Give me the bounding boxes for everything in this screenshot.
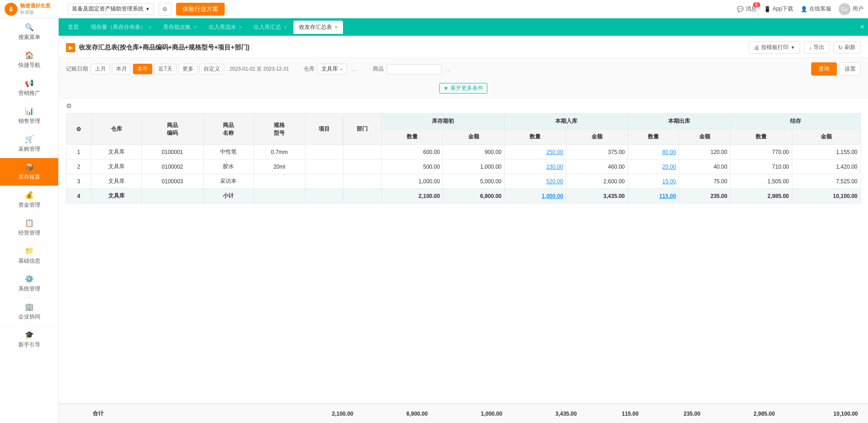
row-project <box>305 174 343 189</box>
warehouse-tag-close[interactable]: × <box>340 66 343 72</box>
sidebar-item-basic-info[interactable]: 📁 基础信息 <box>0 242 58 270</box>
sidebar-label-quick-nav: 快捷导航 <box>18 61 40 69</box>
sidebar-item-guide[interactable]: 🎓 新手引导 <box>0 326 58 354</box>
row-department <box>343 174 381 189</box>
expand-filter-icon: ▼ <box>443 85 449 92</box>
tab-inventory-dist-close[interactable]: × <box>149 24 151 30</box>
row-open-qty: 600.00 <box>381 145 443 159</box>
message-badge: 6 <box>753 2 760 7</box>
row-in-amt: 2,600.00 <box>566 174 628 189</box>
date-btn-this-month[interactable]: 本月 <box>112 64 131 74</box>
filter-row: 记账日期 上月 本月 本年 近7天 更多 自定义 2023-01-01 至 20… <box>66 62 861 76</box>
sidebar-label-marketing: 营销推广 <box>18 89 40 97</box>
tab-recv-send-label: 收发存汇总表 <box>299 23 332 31</box>
settings-filter-button[interactable]: 设置 <box>840 62 861 76</box>
sidebar-label-purchase: 采购管理 <box>18 145 40 153</box>
row-goods-spec: 0.7mm <box>254 145 305 159</box>
row-open-amt: 5,000.00 <box>443 174 504 189</box>
user-menu-button[interactable]: Ea 用户 <box>839 3 863 15</box>
goods-filter-input[interactable] <box>387 64 442 74</box>
tab-inout-summary[interactable]: 出入库汇总 × <box>248 21 292 34</box>
sidebar-label-sales: 销售管理 <box>18 117 40 125</box>
sidebar-label-search: 搜索菜单 <box>18 33 40 41</box>
message-button[interactable]: 💬 消息 6 <box>737 5 757 13</box>
close-all-tabs-button[interactable]: × <box>860 23 864 31</box>
date-btn-this-year[interactable]: 本年 <box>133 64 152 74</box>
sidebar-label-enterprise: 企业协同 <box>18 313 40 321</box>
row-in-amt: 460.00 <box>566 159 628 174</box>
row-goods-name: 中性笔 <box>203 145 254 159</box>
system-name-select[interactable]: 装备及固定资产辅助管理系统 ▼ <box>68 3 154 15</box>
date-btn-last-month[interactable]: 上月 <box>91 64 110 74</box>
sidebar: 🔍 搜索菜单 🏠 快捷导航 📢 营销推广 📊 销售管理 🛒 采购管理 📦 库存核… <box>0 18 59 423</box>
row-goods-name: 胶水 <box>203 159 254 174</box>
tab-home[interactable]: 首页 <box>62 21 84 34</box>
date-btn-more[interactable]: 更多 <box>178 64 198 74</box>
sidebar-item-inventory[interactable]: 📦 库存核算 <box>0 158 58 186</box>
sidebar-item-enterprise[interactable]: 🏢 企业协同 <box>0 298 58 326</box>
row-goods-code: 0100001 <box>142 145 203 159</box>
sidebar-item-operations[interactable]: 📋 经营管理 <box>0 214 58 242</box>
row-in-qty[interactable]: 520.00 <box>504 174 566 189</box>
sidebar-item-search[interactable]: 🔍 搜索菜单 <box>0 18 58 46</box>
row-in-qty[interactable]: 1,000.00 <box>504 189 566 203</box>
warehouse-filter-item: 仓库 文具库 × ... <box>304 64 358 74</box>
tab-inout-flow[interactable]: 出入库流水 × <box>203 21 247 34</box>
query-button[interactable]: 查询 <box>811 62 837 76</box>
date-btn-7days[interactable]: 近7天 <box>154 64 177 74</box>
tab-batch-account[interactable]: 库存批次账 × <box>158 21 202 34</box>
tab-inout-flow-close[interactable]: × <box>239 24 242 30</box>
tab-home-label: 首页 <box>68 23 79 31</box>
refresh-button[interactable]: ↻ 刷新 <box>833 41 861 54</box>
user-label: 用户 <box>852 5 863 13</box>
row-out-qty[interactable]: 20.00 <box>628 159 679 174</box>
settings-button[interactable]: ⚙ <box>159 3 171 16</box>
row-in-qty[interactable]: 230.00 <box>504 159 566 174</box>
goods-filter-dots[interactable]: ... <box>444 66 453 72</box>
tab-inout-summary-close[interactable]: × <box>284 24 287 30</box>
row-close-qty: 1,505.00 <box>730 174 792 189</box>
tab-inventory-dist-label: 现存量（库存分布表） <box>91 23 146 31</box>
row-out-qty[interactable]: 80.00 <box>628 145 679 159</box>
row-goods-spec: 20ml <box>254 159 305 174</box>
sidebar-item-quick-nav[interactable]: 🏠 快捷导航 <box>0 46 58 74</box>
row-out-qty[interactable]: 115.00 <box>628 189 679 203</box>
app-download-button[interactable]: 📱 App下载 <box>764 5 793 13</box>
tab-recv-send-close[interactable]: × <box>335 24 337 30</box>
sidebar-item-marketing[interactable]: 📢 营销推广 <box>0 74 58 102</box>
table-settings-icon[interactable]: ⚙ <box>66 102 72 110</box>
print-template-button[interactable]: 🖨 按模板打印 ▼ <box>749 41 800 54</box>
col-header-out-amt: 金额 <box>679 129 730 145</box>
row-index: 4 <box>66 189 91 203</box>
date-btn-custom[interactable]: 自定义 <box>199 64 224 74</box>
tab-batch-account-close[interactable]: × <box>194 24 196 30</box>
query-actions: 查询 设置 <box>811 62 861 76</box>
main-layout: 🔍 搜索菜单 🏠 快捷导航 📢 营销推广 📊 销售管理 🛒 采购管理 📦 库存核… <box>0 18 868 423</box>
row-out-qty[interactable]: 15.00 <box>628 174 679 189</box>
warehouse-filter-dots[interactable]: ... <box>350 66 358 72</box>
tab-recv-send[interactable]: 收发存汇总表 × <box>293 21 343 34</box>
page-title: 收发存汇总表(按仓库+商品编码+商品+规格型号+项目+部门) <box>79 44 249 52</box>
total-label: 合计 <box>80 408 116 419</box>
sidebar-item-sales[interactable]: 📊 销售管理 <box>0 102 58 130</box>
guide-icon: 🎓 <box>25 330 34 339</box>
col-header-period-in-group: 本期入库 <box>504 114 628 129</box>
row-in-amt: 375.00 <box>566 145 628 159</box>
warehouse-filter-label: 仓库 <box>304 65 315 73</box>
service-icon: 👤 <box>801 6 807 12</box>
export-button[interactable]: ↓ 导出 <box>804 41 829 54</box>
row-in-qty[interactable]: 250.00 <box>504 145 566 159</box>
row-in-amt: 3,435.00 <box>566 189 628 203</box>
sidebar-item-system[interactable]: ⚙️ 系统管理 <box>0 270 58 298</box>
online-service-button[interactable]: 👤 在线客服 <box>801 5 831 13</box>
try-industry-button[interactable]: 体验行业方案 <box>176 3 225 16</box>
sidebar-item-finance[interactable]: 💰 资金管理 <box>0 186 58 214</box>
sidebar-item-purchase[interactable]: 🛒 采购管理 <box>0 130 58 158</box>
total-spacer <box>66 408 80 419</box>
warehouse-tag-name: 文具库 <box>321 65 338 73</box>
total-open-qty: 2,100.00 <box>282 408 356 419</box>
expand-filter-button[interactable]: ▼ 展开更多条件 <box>439 83 488 93</box>
collapse-arrow-button[interactable]: ▶ <box>66 43 75 52</box>
row-close-amt: 1,420.00 <box>792 159 860 174</box>
tab-inventory-dist[interactable]: 现存量（库存分布表） × <box>85 21 157 34</box>
